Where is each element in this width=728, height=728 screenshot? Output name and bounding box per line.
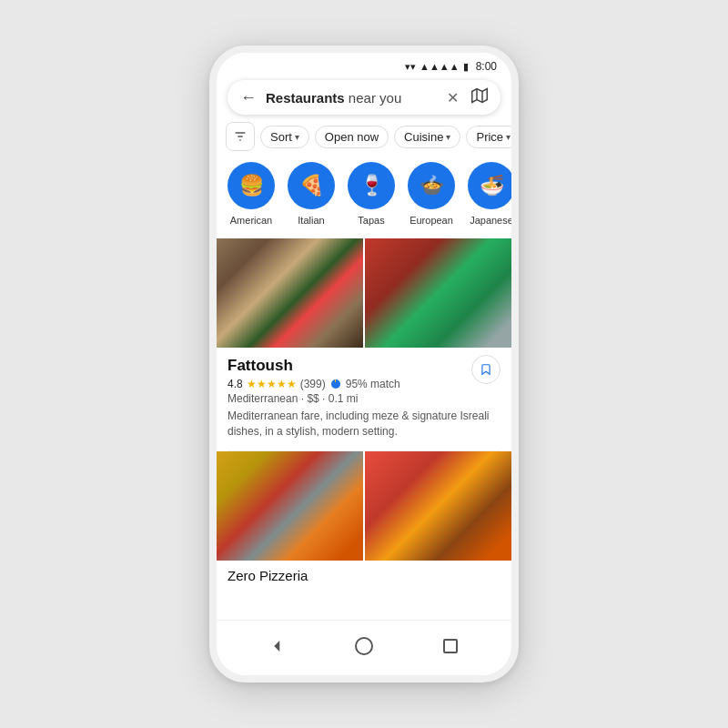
cuisine-label-european: European [410, 215, 453, 226]
card-distance: 0.1 mi [329, 392, 359, 405]
phone-frame: ▾▾ ▲▲▲▲ ▮ 8:00 ← Restaurants near you ✕ [209, 46, 519, 682]
cuisine-item-italian[interactable]: 🍕 Italian [288, 162, 335, 226]
restaurant-card-fattoush[interactable]: Fattoush 4.8 ★★★★★ (399) 95% match Medit… [217, 238, 511, 449]
food-image-2 [365, 238, 511, 348]
card-info-fattoush: Fattoush 4.8 ★★★★★ (399) 95% match Medit… [217, 348, 511, 449]
status-icons: ▾▾ ▲▲▲▲ ▮ 8:00 [405, 60, 497, 73]
recents-square-icon [443, 639, 458, 653]
status-time: 8:00 [476, 60, 497, 73]
sort-chip-arrow: ▾ [295, 132, 299, 142]
card-title-zero-pizzeria: Zero Pizzeria [217, 561, 511, 587]
search-query[interactable]: Restaurants near you [266, 90, 438, 106]
bottom-nav [217, 620, 511, 675]
filter-icon-button[interactable] [226, 122, 255, 151]
back-button[interactable]: ← [240, 88, 257, 107]
search-query-bold: Restaurants [266, 90, 345, 106]
rating-number: 4.8 [228, 378, 243, 390]
rating-stars: ★★★★★ [247, 378, 297, 390]
cuisine-label-american: American [230, 215, 272, 226]
card-description-fattoush: Mediterranean fare, including meze & sig… [228, 409, 500, 440]
card-images-fattoush [217, 238, 511, 348]
restaurant-card-zero-pizzeria[interactable]: Zero Pizzeria [217, 451, 511, 587]
svg-marker-0 [472, 89, 488, 103]
signal-icon: ▲▲▲▲ [420, 61, 460, 72]
clear-search-button[interactable]: ✕ [447, 89, 459, 106]
svg-marker-6 [275, 641, 280, 652]
cuisine-label-italian: Italian [298, 215, 324, 226]
battery-icon: ▮ [463, 61, 469, 73]
food-image-1 [217, 238, 363, 348]
search-query-normal: near you [345, 90, 402, 106]
cuisine-item-japanese[interactable]: 🍜 Japanese [468, 162, 511, 226]
card-separator-2: · [322, 392, 329, 405]
home-nav-button[interactable] [348, 630, 380, 662]
cuisine-item-tapas[interactable]: 🍷 Tapas [348, 162, 395, 226]
recents-nav-button[interactable] [434, 630, 467, 662]
filter-row: Sort ▾ Open now Cuisine ▾ Price ▾ [217, 122, 511, 160]
cuisine-chip[interactable]: Cuisine ▾ [394, 126, 460, 148]
map-button[interactable] [471, 87, 488, 107]
food-image-3 [217, 451, 363, 561]
card-meta-fattoush: Mediterranean · $$ · 0.1 mi [228, 392, 500, 405]
food-image-4 [365, 451, 511, 561]
open-now-chip-label: Open now [325, 130, 379, 144]
card-title-fattoush: Fattoush [228, 357, 500, 375]
back-nav-button[interactable] [261, 630, 294, 662]
cuisine-item-american[interactable]: 🍔 American [228, 162, 275, 226]
price-chip-arrow: ▾ [506, 132, 511, 142]
sort-chip-label: Sort [270, 130, 292, 144]
cuisine-circle-european: 🍲 [408, 162, 455, 209]
cuisine-circle-italian: 🍕 [288, 162, 335, 209]
cards-area: Fattoush 4.8 ★★★★★ (399) 95% match Medit… [217, 238, 511, 620]
price-chip-label: Price [476, 130, 503, 144]
card-rating-row-fattoush: 4.8 ★★★★★ (399) 95% match [228, 378, 500, 390]
rating-count: (399) [300, 378, 326, 390]
card-images-zero-pizzeria [217, 451, 511, 561]
card-price: $$ [307, 392, 318, 405]
cuisine-label-japanese: Japanese [470, 215, 511, 226]
match-text: 95% match [346, 378, 400, 390]
cuisine-circle-american: 🍔 [228, 162, 275, 209]
status-bar: ▾▾ ▲▲▲▲ ▮ 8:00 [217, 53, 511, 76]
cuisine-label-tapas: Tapas [358, 215, 384, 226]
open-now-chip[interactable]: Open now [315, 126, 389, 148]
cuisine-item-european[interactable]: 🍲 European [408, 162, 455, 226]
card-category: Mediterranean [228, 392, 298, 405]
cuisine-circle-tapas: 🍷 [348, 162, 395, 209]
match-dot-icon [331, 379, 340, 389]
cuisine-chip-arrow: ▾ [446, 132, 450, 142]
bookmark-button-fattoush[interactable] [471, 355, 500, 384]
phone-inner: ▾▾ ▲▲▲▲ ▮ 8:00 ← Restaurants near you ✕ [217, 53, 511, 675]
home-circle-icon [355, 637, 373, 655]
search-bar: ← Restaurants near you ✕ [228, 80, 500, 115]
sort-chip[interactable]: Sort ▾ [260, 126, 309, 148]
cuisine-circle-japanese: 🍜 [468, 162, 511, 209]
cuisine-row: 🍔 American 🍕 Italian 🍷 Tapas 🍲 European … [217, 160, 511, 238]
wifi-icon: ▾▾ [405, 61, 416, 73]
cuisine-chip-label: Cuisine [404, 130, 443, 144]
price-chip[interactable]: Price ▾ [466, 126, 511, 148]
